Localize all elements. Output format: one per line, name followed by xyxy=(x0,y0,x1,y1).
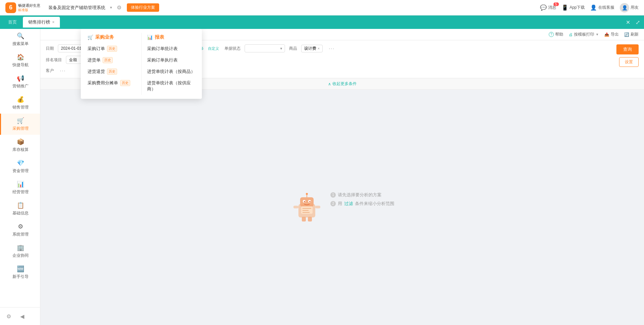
top-header: 6 畅捷通好生意 标准版 装备及固定资产辅助管理系统 ▼ ⚙ 体验行业方案 💬 … xyxy=(0,0,644,15)
app-download-action[interactable]: 📱 App下载 xyxy=(562,4,585,11)
sidebar-item-search[interactable]: 🔍 搜索菜单 xyxy=(0,29,40,50)
header-middle: 装备及固定资产辅助管理系统 ▼ ⚙ 体验行业方案 xyxy=(46,3,540,12)
dropdown-item-expense[interactable]: 采购费用分摊单 历史 xyxy=(85,77,139,89)
export-action[interactable]: 📤 导出 xyxy=(604,32,619,37)
help-circle-icon: ? xyxy=(549,32,554,37)
refresh-label: 刷新 xyxy=(631,32,639,37)
tab-fullscreen-icon[interactable]: ⤢ xyxy=(634,18,641,27)
sidebar-item-quick-nav[interactable]: 🏠 快捷导航 xyxy=(0,50,40,71)
sidebar-item-purchase[interactable]: 🛒 采购管理 xyxy=(0,114,40,135)
template-print-label: 按模板打印 xyxy=(574,32,594,37)
collapse-btn[interactable]: ∧ 收起更多条件 xyxy=(328,81,357,87)
dropdown-item-purchase-order[interactable]: 采购订单 历史 xyxy=(85,43,139,54)
date-label: 日期 xyxy=(46,46,54,51)
set-btn[interactable]: 设置 xyxy=(619,57,639,67)
sidebar-search-label: 搜索菜单 xyxy=(12,41,29,47)
sidebar-item-enterprise[interactable]: 🏢 企业协同 xyxy=(0,241,40,262)
sidebar-basic-label: 基础信息 xyxy=(12,210,29,216)
export-icon: 📤 xyxy=(604,32,609,37)
help-label: 帮助 xyxy=(555,32,563,37)
svg-rect-1 xyxy=(300,197,314,207)
sidebar-quick-nav-label: 快捷导航 xyxy=(12,62,29,68)
incoming-label: 进货单 xyxy=(87,57,101,63)
tab-bar: 首页 销售排行榜 × ✕ ⤢ xyxy=(0,15,644,29)
sidebar-item-finance[interactable]: 💎 资金管理 xyxy=(0,156,40,177)
sidebar-item-sales[interactable]: 💰 销售管理 xyxy=(0,92,40,114)
dropdown-item-order-exec[interactable]: 采购订单执行表 xyxy=(144,54,198,66)
sidebar-item-inventory[interactable]: 📦 库存核算 xyxy=(0,135,40,156)
inventory-icon: 📦 xyxy=(17,138,24,146)
hint-text-1: 请先选择要分析的方案 xyxy=(338,191,382,199)
logo-text: 畅捷通好生意 标准版 xyxy=(18,3,40,12)
svg-rect-11 xyxy=(308,217,312,221)
sidebar-item-guide[interactable]: 🆕 新手引导 xyxy=(0,262,40,283)
svg-point-5 xyxy=(309,201,311,202)
sidebar-item-marketing[interactable]: 📢 营销推广 xyxy=(0,71,40,92)
logo-icon: 6 xyxy=(5,2,16,13)
sidebar-collapse-btn[interactable]: ◀ xyxy=(17,311,28,322)
tab-home[interactable]: 首页 xyxy=(3,17,22,28)
collapse-label: 收起更多条件 xyxy=(332,81,357,87)
sidebar-settings-btn[interactable]: ⚙ xyxy=(3,311,14,322)
tab-close-icon[interactable]: × xyxy=(52,20,55,25)
hint-filter-link[interactable]: 过滤 xyxy=(344,199,353,208)
history-tag-2: 历史 xyxy=(107,69,117,75)
goods-tag-text: 设计费 xyxy=(304,46,316,51)
dropdown-item-incoming-stats-supplier[interactable]: 进货单统计表（按供应商） xyxy=(144,77,198,95)
message-action[interactable]: 💬 消息 5 xyxy=(540,4,556,11)
print-dropdown-arrow[interactable]: ▼ xyxy=(596,33,599,36)
dropdown-item-return[interactable]: 进货退货 历史 xyxy=(85,66,139,77)
sidebar-item-system[interactable]: ⚙ 系统管理 xyxy=(0,219,40,241)
user-label: 用友 xyxy=(631,5,639,10)
sidebar-bottom: ⚙ ◀ xyxy=(0,307,40,325)
tab-close-all[interactable]: ✕ xyxy=(624,18,632,27)
sidebar-enterprise-label: 企业协同 xyxy=(12,253,29,258)
finance-icon: 💎 xyxy=(17,159,24,167)
hint-text-2-prefix: 用 xyxy=(338,199,342,208)
query-btn[interactable]: 查询 xyxy=(616,44,639,54)
purchase-col: 🛒 采购业务 采购订单 历史 进货单 历史 进货退货 历史 xyxy=(85,33,139,95)
avatar: 👤 xyxy=(620,3,629,12)
history-tag-3: 历史 xyxy=(120,80,130,86)
message-icon: 💬 xyxy=(540,4,547,11)
report-col-header: 📊 报表 xyxy=(144,33,198,43)
sidebar-item-basic[interactable]: 📋 基础信息 xyxy=(0,198,40,219)
row3-ellipsis[interactable]: ··· xyxy=(58,67,68,74)
logo-area: 6 畅捷通好生意 标准版 xyxy=(5,2,46,13)
sidebar-item-operations[interactable]: 📊 经营管理 xyxy=(0,177,40,198)
refresh-action[interactable]: 🔄 刷新 xyxy=(624,32,639,37)
rank-label: 排名项目 xyxy=(46,57,62,63)
svg-point-7 xyxy=(306,193,308,195)
service-label: 在线客服 xyxy=(598,5,614,10)
shortcut-custom[interactable]: 自定义 xyxy=(207,45,220,52)
dropdown-item-incoming-stats-goods[interactable]: 进货单统计表（按商品） xyxy=(144,66,198,77)
hint-num-1: 1 xyxy=(330,192,336,198)
system-dropdown-arrow[interactable]: ▼ xyxy=(109,6,113,9)
hint-num-2: 2 xyxy=(330,201,336,206)
incoming-stats-supplier-label: 进货单统计表（按供应商） xyxy=(147,80,195,92)
purchase-col-icon: 🛒 xyxy=(87,35,93,40)
return-label: 进货退货 xyxy=(87,69,105,75)
sidebar-guide-label: 新手引导 xyxy=(12,274,29,280)
industry-btn[interactable]: 体验行业方案 xyxy=(127,3,159,12)
row1-ellipsis[interactable]: ··· xyxy=(327,45,337,52)
tab-sales-rank[interactable]: 销售排行榜 × xyxy=(23,17,60,28)
settings-icon[interactable]: ⚙ xyxy=(117,4,121,11)
dropdown-cols: 🛒 采购业务 采购订单 历史 进货单 历史 进货退货 历史 xyxy=(81,33,202,95)
online-service-action[interactable]: 👤 在线客服 xyxy=(590,4,614,11)
sidebar-sales-label: 销售管理 xyxy=(12,105,29,110)
report-col: 📊 报表 采购订单统计表 采购订单执行表 进货单统计表（按商品） 进货单统计表（… xyxy=(144,33,198,95)
report-col-icon: 📊 xyxy=(147,35,153,40)
help-action[interactable]: ? 帮助 xyxy=(549,32,563,37)
user-action[interactable]: 👤 用友 xyxy=(620,3,639,12)
system-title: 装备及固定资产辅助管理系统 xyxy=(48,5,105,11)
history-tag-0: 历史 xyxy=(107,46,117,52)
voucher-status-select[interactable] xyxy=(245,44,285,52)
dropdown-item-order-stats[interactable]: 采购订单统计表 xyxy=(144,43,198,54)
sidebar-inventory-label: 库存核算 xyxy=(12,147,29,153)
enterprise-icon: 🏢 xyxy=(17,244,24,251)
goods-tag-close[interactable]: × xyxy=(318,46,320,50)
print-icon: 🖨 xyxy=(569,32,573,37)
dropdown-item-incoming[interactable]: 进货单 历史 xyxy=(85,54,139,66)
template-print-action[interactable]: 🖨 按模板打印 ▼ xyxy=(569,32,599,37)
